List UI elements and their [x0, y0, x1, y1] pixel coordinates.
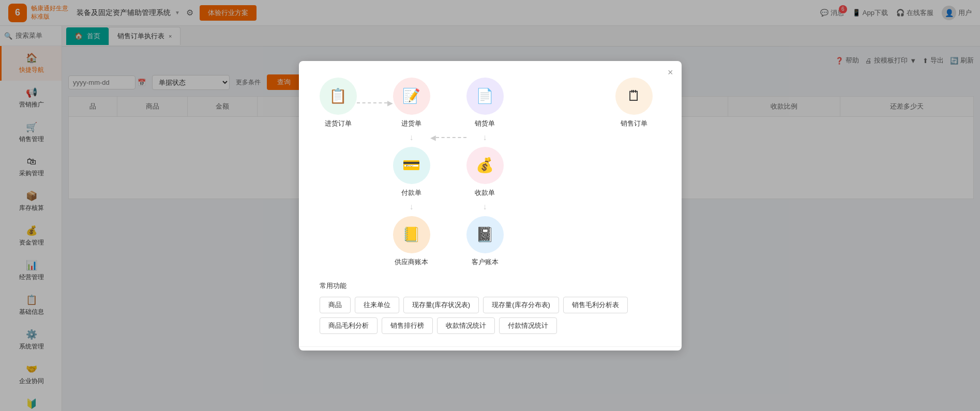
- flow-node-purchase-order: 📋 进货订单: [320, 78, 357, 128]
- func-button[interactable]: 商品: [320, 297, 351, 313]
- func-button[interactable]: 销售毛利分析表: [563, 297, 628, 313]
- flow-node-sales-bill: 📄 销货单: [466, 78, 504, 128]
- func-button[interactable]: 收款情况统计: [437, 317, 495, 334]
- arrow-purchase-order-to-bill: ▶: [357, 99, 393, 107]
- modal-box: × 📋 进货订单 ▶ 📝 进货单: [299, 61, 682, 351]
- arrow-down-sales: ↓: [483, 128, 487, 147]
- common-functions-title: 常用功能: [320, 281, 661, 291]
- func-button[interactable]: 现存量(库存分布表): [483, 297, 559, 313]
- flow-node-receipt: 💰 收款单: [466, 147, 504, 197]
- scroll-left-button[interactable]: ◀: [303, 349, 308, 351]
- func-button[interactable]: 现存量(库存状况表): [403, 297, 479, 313]
- arrow-down-purchase: ↓: [410, 128, 414, 147]
- modal-overlay[interactable]: × 📋 进货订单 ▶ 📝 进货单: [0, 0, 980, 411]
- arrow-down-payment: ↓: [410, 197, 414, 216]
- func-button[interactable]: 付款情况统计: [499, 317, 557, 334]
- func-buttons: 商品往来单位现存量(库存状况表)现存量(库存分布表)销售毛利分析表商品毛利分析销…: [320, 297, 661, 334]
- func-button[interactable]: 销售排行榜: [382, 317, 433, 334]
- arrow-down-receipt: ↓: [483, 197, 487, 216]
- flow-node-purchase-bill: 📝 进货单: [393, 78, 430, 128]
- flow-node-customer-ledger: 📓 客户账本: [466, 216, 504, 267]
- arrow-sales-order-to-bill: ◀: [430, 133, 466, 142]
- func-button[interactable]: 商品毛利分析: [320, 317, 378, 334]
- scroll-right-button[interactable]: ▶: [673, 349, 677, 351]
- func-button[interactable]: 往来单位: [355, 297, 399, 313]
- flow-node-sales-order-overlay: 🗒 销售订单: [615, 78, 653, 128]
- modal-close-button[interactable]: ×: [668, 67, 673, 78]
- flow-node-payment: 💳 付款单: [393, 147, 430, 197]
- common-functions: 常用功能 商品往来单位现存量(库存状况表)现存量(库存分布表)销售毛利分析表商品…: [320, 281, 661, 334]
- modal-scrollbar: ◀ ▶: [299, 346, 682, 351]
- flow-node-supplier-ledger: 📒 供应商账本: [393, 216, 430, 267]
